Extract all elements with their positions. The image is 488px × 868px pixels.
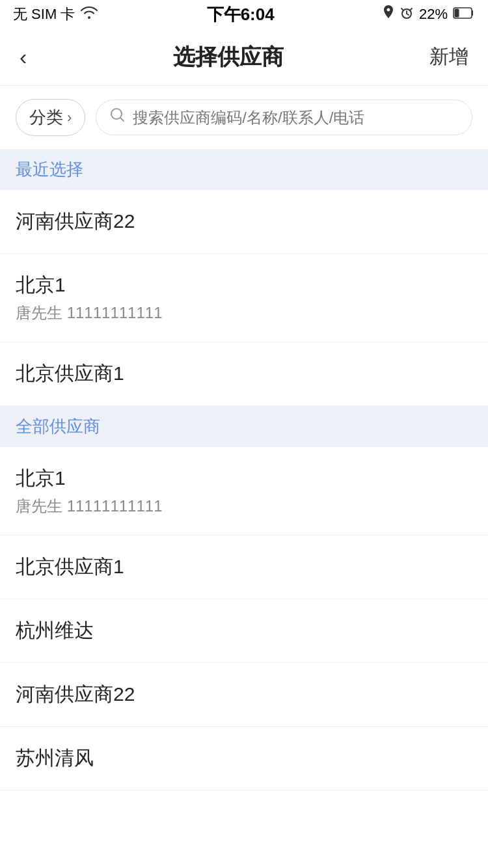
location-icon xyxy=(383,5,394,23)
alarm-icon xyxy=(400,5,414,23)
list-item[interactable]: 北京1唐先生 11111111111 xyxy=(0,447,488,536)
all-section-header: 全部供应商 xyxy=(0,406,488,447)
search-box xyxy=(96,100,472,135)
chevron-right-icon: › xyxy=(67,109,72,126)
back-button[interactable]: ‹ xyxy=(20,44,27,70)
battery-icon xyxy=(453,6,475,23)
list-item[interactable]: 河南供应商22 xyxy=(0,663,488,727)
item-name: 北京1 xyxy=(16,465,472,492)
recent-section-header: 最近选择 xyxy=(0,149,488,190)
battery-label: 22% xyxy=(419,6,448,23)
list-item[interactable]: 苏州清风 xyxy=(0,727,488,791)
all-section-label: 全部供应商 xyxy=(16,416,100,436)
time-label: 下午6:04 xyxy=(207,3,275,26)
item-name: 杭州维达 xyxy=(16,617,472,644)
category-label: 分类 xyxy=(29,106,63,129)
category-button[interactable]: 分类 › xyxy=(16,99,85,136)
item-name: 北京供应商1 xyxy=(16,360,472,387)
list-item[interactable]: 杭州维达 xyxy=(0,599,488,663)
list-item[interactable]: 北京供应商1 xyxy=(0,342,488,406)
list-item[interactable]: 河南供应商22 xyxy=(0,190,488,254)
carrier-label: 无 SIM 卡 xyxy=(13,5,75,24)
wifi-icon xyxy=(80,5,98,23)
list-item[interactable]: 北京供应商1 xyxy=(0,536,488,599)
item-name: 河南供应商22 xyxy=(16,208,472,235)
status-left: 无 SIM 卡 xyxy=(13,5,98,24)
search-icon xyxy=(109,107,126,128)
svg-rect-2 xyxy=(455,9,459,18)
item-detail: 唐先生 11111111111 xyxy=(16,303,472,323)
status-bar: 无 SIM 卡 下午6:04 22% xyxy=(0,0,488,29)
filter-row: 分类 › xyxy=(0,86,488,149)
item-detail: 唐先生 11111111111 xyxy=(16,496,472,517)
recent-section-label: 最近选择 xyxy=(16,159,83,179)
list-item[interactable]: 北京1唐先生 11111111111 xyxy=(0,254,488,342)
page-title: 选择供应商 xyxy=(173,42,284,72)
status-right: 22% xyxy=(383,5,475,23)
item-name: 北京1 xyxy=(16,272,472,299)
item-name: 河南供应商22 xyxy=(16,681,472,708)
all-list: 北京1唐先生 11111111111北京供应商1杭州维达河南供应商22苏州清风 xyxy=(0,447,488,791)
nav-bar: ‹ 选择供应商 新增 xyxy=(0,29,488,86)
add-button[interactable]: 新增 xyxy=(429,44,468,70)
search-input[interactable] xyxy=(133,109,459,127)
item-name: 北京供应商1 xyxy=(16,554,472,580)
item-name: 苏州清风 xyxy=(16,745,472,772)
recent-list: 河南供应商22北京1唐先生 11111111111北京供应商1 xyxy=(0,190,488,406)
